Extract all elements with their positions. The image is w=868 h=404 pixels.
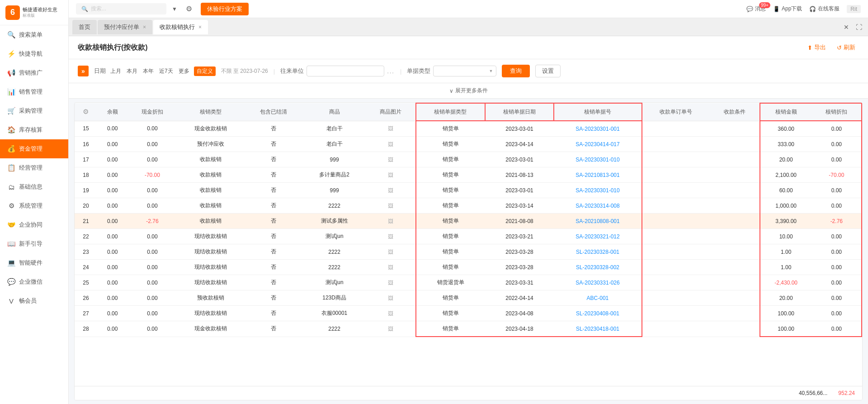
table-cell-write_off_date: 2023-03-31 (485, 275, 554, 290)
table-cell-receipt_condition (710, 229, 760, 244)
table-cell-write_off_no[interactable]: SA-20230414-017 (554, 137, 642, 152)
fullscreen-button[interactable]: ⛶ (854, 22, 864, 33)
write-off-no-link[interactable]: SA-20230301-001 (576, 126, 619, 132)
table-cell-receipt_order_no (642, 321, 710, 337)
tab-close-icon[interactable]: × (198, 24, 202, 30)
user-button[interactable]: Rit (847, 5, 861, 13)
table-cell-balance: 0.00 (97, 137, 128, 152)
table-cell-write_off_voucher_type: 销货单 (416, 260, 485, 275)
write-off-no-link[interactable]: SA-20230301-010 (576, 187, 619, 194)
sidebar-item-label: 采购管理 (19, 107, 42, 115)
table-cell-write_off_no[interactable]: SA-20230301-001 (554, 121, 642, 137)
sidebar-item-企业协同[interactable]: 🤝企业协同 (0, 215, 68, 234)
table-cell-write_off_amount: 20.00 (760, 152, 812, 167)
sidebar-item-销售管理[interactable]: 📊销售管理 (0, 82, 68, 101)
write-off-no-link[interactable]: SA-20230301-010 (576, 157, 619, 163)
sidebar-item-营销推广[interactable]: 📢营销推广 (0, 63, 68, 82)
table-cell-receipt_order_no (642, 214, 710, 229)
write-off-no-link[interactable]: SL-20230408-001 (576, 310, 619, 317)
table-cell-settings: 27 (75, 306, 97, 321)
write-off-no-link[interactable]: SL-20230418-001 (576, 326, 619, 332)
write-off-no-link[interactable]: SA-20230331-026 (576, 280, 619, 286)
table-wrap[interactable]: ⚙余额现金折扣核销类型包含已结清商品商品图片核销单据类型核销单据日期核销单据号收… (75, 103, 862, 386)
table-row: 260.000.00预收款核销否123D商品🖼销货单2022-04-14ABC-… (75, 290, 862, 306)
write-off-no-link[interactable]: SA-20230321-012 (576, 233, 619, 240)
table-cell-write_off_no[interactable]: SA-20210813-001 (554, 167, 642, 183)
sidebar-item-经营管理[interactable]: 📋经营管理 (0, 158, 68, 177)
date-option-上月[interactable]: 上月 (108, 67, 123, 76)
setting-button[interactable]: 设置 (535, 65, 561, 77)
col-header-included_settled: 包含已结清 (245, 103, 303, 121)
write-off-no-link[interactable]: SA-20230314-008 (576, 203, 619, 209)
sidebar-item-搜索菜单[interactable]: 🔍搜索菜单 (0, 25, 68, 44)
write-off-no-link[interactable]: SL-20230328-001 (576, 249, 619, 255)
table-cell-write_off_no[interactable]: SL-20230418-001 (554, 321, 642, 337)
close-all-tabs-button[interactable]: ✕ (841, 22, 852, 33)
date-option-本年[interactable]: 本年 (141, 67, 156, 76)
table-cell-cash_discount: 0.00 (128, 306, 177, 321)
write-off-no-link[interactable]: SA-20230414-017 (576, 141, 619, 147)
tab-预付冲应付单[interactable]: 预付冲应付单× (98, 20, 152, 34)
table-cell-write_off_date: 2023-04-18 (485, 321, 554, 337)
table-cell-write_off_no[interactable]: SA-20230331-026 (554, 275, 642, 290)
party-input[interactable] (307, 66, 384, 76)
tab-首页[interactable]: 首页 (72, 20, 97, 34)
export-button[interactable]: ⬆ 导出 (804, 42, 830, 53)
sidebar-item-智能硬件[interactable]: 💻智能硬件 (0, 253, 68, 272)
write-off-no-link[interactable]: SL-20230328-002 (576, 264, 619, 271)
sidebar-item-畅会员[interactable]: V畅会员 (0, 291, 68, 310)
app-download-button[interactable]: 📱 App下载 (773, 5, 802, 13)
sidebar-item-资金管理[interactable]: 💰资金管理 (0, 139, 68, 158)
sidebar-item-企业微信[interactable]: 💬企业微信 (0, 272, 68, 291)
refresh-button[interactable]: ↺ 刷新 (833, 42, 859, 53)
write-off-no-link[interactable]: SA-20210808-001 (576, 218, 619, 224)
tab-close-icon[interactable]: × (143, 24, 146, 30)
message-button[interactable]: 💬 消息 99+ (746, 5, 766, 13)
online-service-button[interactable]: 🎧 在线客服 (809, 5, 840, 13)
table-cell-write_off_no[interactable]: SA-20210808-001 (554, 214, 642, 229)
sidebar-item-新手引导[interactable]: 📖新手引导 (0, 234, 68, 253)
table-cell-goods_image: 🖼 (366, 183, 416, 198)
footer-total-discount: 952.24 (838, 390, 855, 396)
query-button[interactable]: 查询 (502, 65, 530, 77)
table-cell-write_off_date: 2021-08-13 (485, 167, 554, 183)
table-cell-write_off_no[interactable]: SL-20230328-001 (554, 244, 642, 260)
table-row: 210.00-2.76收款核销否测试多属性🖼销货单2021-08-08SA-20… (75, 214, 862, 229)
gear-icon[interactable]: ⚙ (183, 3, 195, 15)
write-off-no-link[interactable]: SA-20210813-001 (576, 172, 619, 178)
custom-date-button[interactable]: 自定义 (194, 67, 216, 76)
table-cell-write_off_date: 2023-03-28 (485, 244, 554, 260)
voucher-type-select[interactable] (433, 66, 496, 76)
table-cell-cash_discount: 0.00 (128, 260, 177, 275)
table-settings-icon[interactable]: ⚙ (83, 108, 89, 115)
table-cell-goods_image: 🖼 (366, 214, 416, 229)
table-cell-write_off_no[interactable]: ABC-001 (554, 290, 642, 306)
table-cell-write_off_no[interactable]: SA-20230321-012 (554, 229, 642, 244)
expand-more-button[interactable]: ∨ 展开更多条件 (78, 85, 859, 96)
sidebar-item-库存核算[interactable]: 🏠库存核算 (0, 120, 68, 139)
table-cell-write_off_type: 收款核销 (177, 167, 244, 183)
tab-收款核销执行[interactable]: 收款核销执行× (153, 20, 208, 34)
table-cell-included_settled: 否 (245, 321, 303, 337)
date-option-更多[interactable]: 更多 (177, 67, 191, 76)
sidebar-item-基础信息[interactable]: 🗂基础信息 (0, 177, 68, 196)
filter-toggle-button[interactable]: » (78, 66, 89, 76)
sidebar-item-快捷导航[interactable]: ⚡快捷导航 (0, 44, 68, 63)
logo-icon: 6 (5, 5, 20, 20)
table-cell-write_off_no[interactable]: SL-20230328-002 (554, 260, 642, 275)
topbar-dropdown[interactable]: ▼ (172, 6, 177, 12)
write-off-no-link[interactable]: ABC-001 (587, 295, 609, 301)
table-cell-write_off_no[interactable]: SA-20230314-008 (554, 198, 642, 214)
table-cell-write_off_no[interactable]: SA-20230301-010 (554, 152, 642, 167)
solution-button[interactable]: 休验行业方案 (201, 3, 249, 15)
table-cell-write_off_no[interactable]: SL-20230408-001 (554, 306, 642, 321)
table-cell-write_off_discount: 0.00 (812, 244, 862, 260)
page-header: 收款核销执行(按收款) ⬆ 导出 ↺ 刷新 (69, 36, 868, 59)
date-option-本月[interactable]: 本月 (125, 67, 139, 76)
sidebar-item-系统管理[interactable]: ⚙系统管理 (0, 196, 68, 215)
sidebar-item-采购管理[interactable]: 🛒采购管理 (0, 101, 68, 120)
table-cell-write_off_discount: 0.00 (812, 152, 862, 167)
date-option-近7天[interactable]: 近7天 (157, 67, 175, 76)
topbar-search-box[interactable]: 🔍 搜索... (76, 3, 166, 14)
table-cell-write_off_no[interactable]: SA-20230301-010 (554, 183, 642, 198)
